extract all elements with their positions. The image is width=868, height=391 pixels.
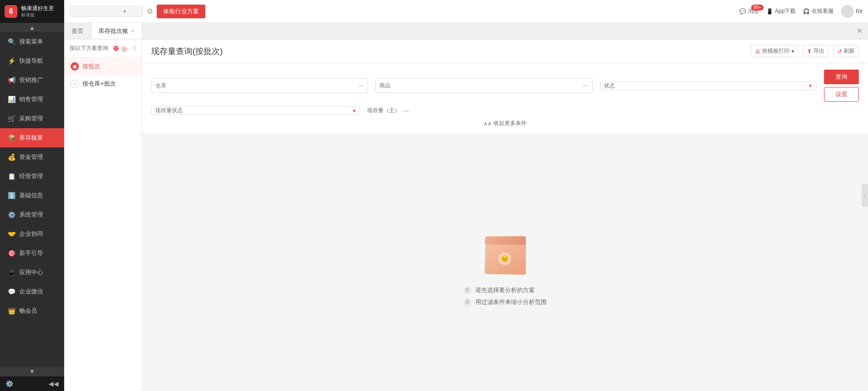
sidebar-item-vip-label: 畅会员 [19,307,37,315]
empty-state: 😐 ① 请先选择要分析的方案 ② 用过滤条件来缩小分析范围 [142,134,868,391]
warehouse-field-wrap: 仓库 ··· [151,78,368,93]
status-dropdown-icon[interactable]: ▼ [808,83,813,88]
filter-collapse-icon[interactable]: 《 [130,44,136,53]
experience-btn[interactable]: 体验行业方案 [157,5,205,18]
messages-btn[interactable]: 💬 消息 99+ [739,7,759,15]
sidebar-item-purchase[interactable]: 🛒 采购管理 [0,109,64,128]
tab-inventory-batch[interactable]: 库存批次账 × [91,23,142,39]
tab-panel-close-icon[interactable]: ✕ [851,27,868,35]
filter-add-btn[interactable]: ⊕ [113,44,119,53]
empty-face: 😐 [498,252,511,265]
warehouse-input[interactable] [169,82,358,89]
sidebar-item-sales[interactable]: 📊 销售管理 [0,90,64,109]
online-service-btn[interactable]: 🎧 在线客服 [803,7,834,15]
filter-by-batch-icon: ◉ [71,62,79,71]
refresh-icon: ↺ [837,48,842,54]
inventory-status-label: 现存量状态 [155,107,183,114]
search-form: 仓库 ··· 商品 ··· [142,63,868,134]
sidebar-item-sales-label: 销售管理 [19,95,43,103]
collapse-label: 收起更多条件 [494,119,527,127]
right-content: 现存量查询(按批次) 🖨 按模板打印 ▾ ⬆ 导出 ↺ 刷新 [142,39,868,391]
search-row-1: 仓库 ··· 商品 ··· [151,70,859,102]
warehouse-field[interactable]: 仓库 ··· [151,78,368,93]
tab-home[interactable]: 首页 [64,23,91,39]
print-dropdown-icon[interactable]: ▾ [791,48,794,54]
page-title: 现存量查询(按批次) [151,46,223,57]
sidebar-item-vip[interactable]: 👑 畅会员 [0,301,64,320]
empty-illustration: 😐 [471,219,539,279]
product-field[interactable]: 商品 ··· [375,78,592,93]
basic-info-icon: ℹ️ [7,191,16,200]
app-download-btn[interactable]: 📱 App下载 [766,7,796,15]
inventory-status-dropdown-icon[interactable]: ▾ [353,108,356,114]
marketing-icon: 📢 [7,76,16,84]
quick-nav-icon: ⚡ [7,57,16,65]
page-header: 现存量查询(按批次) 🖨 按模板打印 ▾ ⬆ 导出 ↺ 刷新 [142,39,868,63]
sidebar-scroll-up[interactable]: ▲ [0,23,64,32]
export-btn[interactable]: ⬆ 导出 [803,45,829,57]
app-logo: 6 [5,5,17,18]
sidebar-item-finance[interactable]: 💰 资金管理 [0,147,64,167]
warehouse-dots[interactable]: ··· [358,81,364,90]
right-edge-collapse-btn[interactable]: › [862,184,868,207]
tab-home-label: 首页 [71,27,83,35]
topbar-search-input[interactable] [75,8,121,15]
topbar-search-box[interactable]: ▾ [70,6,143,17]
app-download-label: App下载 [775,7,796,15]
status-select[interactable]: 状态 ▼ [600,81,817,90]
query-btn[interactable]: 查询 [824,70,859,84]
sidebar-item-new-guide[interactable]: 🎯 新手引导 [0,244,64,263]
message-icon: 💬 [739,8,746,15]
online-service-label: 在线客服 [812,7,834,15]
product-input[interactable] [393,82,582,89]
product-dots[interactable]: ··· [582,81,588,90]
sidebar-item-enterprise[interactable]: 🤝 企业协同 [0,224,64,244]
sidebar-item-enterprise-label: 企业协同 [19,230,43,238]
filter-settings-icon[interactable]: ◎ [121,45,127,52]
product-label: 商品 [379,82,390,90]
sidebar-item-marketing[interactable]: 📢 营销推广 [0,71,64,90]
sidebar-item-new-guide-label: 新手引导 [19,249,43,257]
tip-text-1: 请先选择要分析的方案 [475,286,535,294]
sidebar-item-system[interactable]: ⚙️ 系统管理 [0,205,64,224]
tab-inventory-batch-label: 库存批次账 [99,27,128,35]
topbar-gear-icon[interactable]: ⚙ [147,7,153,16]
filter-item-by-batch[interactable]: ◉ 按批次 [64,58,142,75]
filter-panel-header: 按以下方案查询 ⊕ ◎ 《 [64,39,142,58]
settings-footer-icon[interactable]: ⚙️ [5,380,13,387]
filter-item-by-warehouse-batch[interactable]: ○ 按仓库+批次 [64,75,142,92]
collapse-sidebar-icon[interactable]: ◀◀ [49,380,59,387]
empty-tips: ① 请先选择要分析的方案 ② 用过滤条件来缩小分析范围 [463,286,547,306]
sidebar-item-quick-nav[interactable]: ⚡ 快捷导航 [0,51,64,71]
print-btn[interactable]: 🖨 按模板打印 ▾ [751,45,798,57]
sidebar-scroll-down[interactable]: ▼ [0,367,64,376]
warehouse-label: 仓库 [155,82,166,90]
export-icon: ⬆ [807,48,812,54]
print-label: 按模板打印 [762,47,790,55]
tab-close-icon[interactable]: × [131,28,134,34]
filter-panel-title: 按以下方案查询 [70,44,108,52]
system-icon: ⚙️ [7,211,16,219]
inventory-status-select[interactable]: 现存量状态 ▾ [151,106,360,115]
topbar-search-dropdown-icon[interactable]: ▾ [123,8,126,15]
inventory-qty-label: 现存量（主） [367,107,400,114]
user-avatar-btn[interactable]: Rit [841,5,863,18]
sidebar-item-basic-info[interactable]: ℹ️ 基础信息 [0,186,64,205]
sidebar-item-search[interactable]: 🔍 搜索菜单 [0,32,64,51]
inventory-status-wrap: 现存量状态 ▾ [151,106,360,115]
sidebar-item-system-label: 系统管理 [19,211,43,219]
filter-by-warehouse-batch-icon: ○ [71,80,79,88]
status-label: 状态 [604,82,615,90]
status-field-wrap: 状态 ▼ [600,81,817,90]
collapse-btn[interactable]: ∧∧ 收起更多条件 [483,119,527,127]
sidebar-item-operation[interactable]: 📋 经营管理 [0,167,64,186]
sidebar-item-app-center[interactable]: 📱 应用中心 [0,263,64,282]
vip-icon: 👑 [7,307,16,315]
sidebar-item-search-label: 搜索菜单 [19,38,43,46]
refresh-btn[interactable]: ↺ 刷新 [833,45,859,57]
sidebar-item-inventory[interactable]: 📦 库存核算 [0,128,64,147]
app-version: 标准版 [21,12,54,18]
sidebar-item-operation-label: 经营管理 [19,172,43,180]
sidebar-item-enterprise-wechat[interactable]: 💬 企业微信 [0,282,64,301]
settings-btn[interactable]: 设置 [824,87,859,102]
